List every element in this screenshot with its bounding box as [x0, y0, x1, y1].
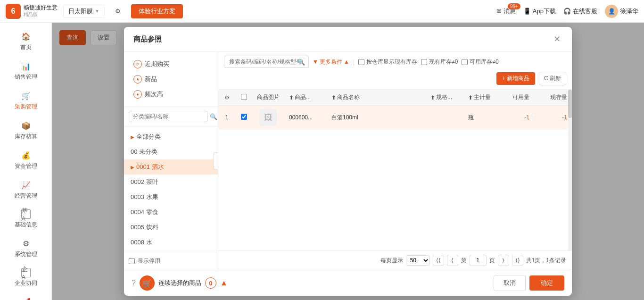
- frequent-icon: ♦: [133, 90, 142, 99]
- operation-icon: 📈: [21, 180, 31, 190]
- cat-active-arrow-icon: ▶: [131, 165, 134, 170]
- sidebar-label-basic: 基础信息: [15, 221, 37, 229]
- sidebar-item-finance[interactable]: 💰 资金管理: [0, 145, 51, 175]
- more-filter-button[interactable]: ▼ 更多条件 ▲: [313, 58, 349, 66]
- table-settings-icon[interactable]: ⚙: [224, 94, 230, 101]
- th-sort-unit-icon: ⬆: [468, 94, 473, 101]
- footer-actions: 取消 确定: [494, 275, 564, 291]
- cancel-button[interactable]: 取消: [494, 275, 526, 291]
- sidebar-item-purchase[interactable]: 🛒 采购管理: [0, 86, 51, 116]
- main-layout: 🏠 首页 📊 销售管理 🛒 采购管理 📦 库存核算 💰 资金管理 📈 经营管理 …: [0, 23, 644, 300]
- cat-item-0008[interactable]: 0008 水: [124, 235, 218, 250]
- sidebar-item-sales[interactable]: 📊 销售管理: [0, 56, 51, 86]
- quick-recent[interactable]: ⟳ 近期购买: [129, 57, 213, 72]
- filter-row: 🔍 ▼ 更多条件 ▲ | 按仓库显示现有库存: [218, 52, 572, 90]
- trial-button[interactable]: 体验行业方案: [131, 4, 183, 18]
- prev-page-button[interactable]: ⟨: [447, 255, 458, 266]
- message-badge: 99+: [508, 3, 520, 9]
- show-disabled-label: 显示停用: [138, 257, 160, 265]
- sidebar-label-system: 系统管理: [15, 250, 37, 258]
- sidebar-item-basic[interactable]: 基A 基础信息: [0, 205, 51, 233]
- top-nav: 6 畅捷通好生意 精品版 日太阳膜 ▼ ⚙ 体验行业方案 ✉ 消息 99+ 📱 …: [0, 0, 644, 23]
- basic-icon: 基A: [21, 209, 31, 219]
- row-stock: -1: [534, 106, 572, 130]
- th-checkbox: [235, 90, 252, 106]
- last-page-button[interactable]: ⟩⟩: [512, 255, 523, 266]
- product-table: ⚙ 商品图片: [218, 90, 572, 130]
- cat-item-0005[interactable]: 0005 饮料: [124, 220, 218, 235]
- filter-warehouse-checkbox[interactable]: 按仓库显示现有库存: [358, 58, 417, 66]
- continuous-select-label: 连续选择的商品: [158, 279, 201, 287]
- confirm-button[interactable]: 确定: [529, 275, 564, 291]
- cat-item-0002[interactable]: 0002 茶叶: [124, 175, 218, 190]
- user-profile[interactable]: 👤 徐泽华: [605, 5, 638, 18]
- category-search-input[interactable]: [129, 111, 208, 122]
- filter-available-checkbox[interactable]: 可用库存≠0: [462, 58, 498, 66]
- sidebar-label-finance: 资金管理: [15, 162, 37, 170]
- sidebar-item-home[interactable]: 🏠 首页: [0, 26, 51, 56]
- cat-item-0003[interactable]: 0003 水果: [124, 190, 218, 205]
- scrollbar-track: [568, 90, 572, 250]
- th-available: 可用量: [496, 90, 534, 106]
- message-icon: ✉: [496, 8, 502, 15]
- customer-service-nav[interactable]: 🎧 在线客服: [563, 7, 597, 16]
- th-settings: ⚙: [218, 90, 235, 106]
- sidebar-item-enterprise[interactable]: 企A 企业协同: [0, 263, 51, 292]
- sidebar-item-inventory[interactable]: 📦 库存核算: [0, 116, 51, 145]
- app-download-nav[interactable]: 📱 App下载: [523, 7, 556, 16]
- row-num: 1: [218, 106, 235, 130]
- refresh-button[interactable]: C 刷新: [539, 72, 566, 85]
- select-all-checkbox[interactable]: [241, 94, 247, 100]
- quick-frequent[interactable]: ♦ 频次高: [129, 87, 213, 102]
- collapse-cart-icon[interactable]: ▲: [220, 279, 228, 287]
- sidebar-item-system[interactable]: ⚙ 系统管理: [0, 233, 51, 263]
- home-icon: 🏠: [21, 31, 31, 42]
- settings-icon[interactable]: ⚙: [110, 4, 125, 19]
- collapse-panel-button[interactable]: 《: [214, 152, 218, 169]
- cat-item-00[interactable]: 00 未分类: [124, 144, 218, 159]
- cat-item-0004[interactable]: 0004 零食: [124, 205, 218, 220]
- quick-access-area: ⟳ 近期购买 ★ 新品 ♦ 频次高: [124, 52, 218, 107]
- filter-existing-checkbox[interactable]: 现有库存≠0: [421, 58, 458, 66]
- main-search-input[interactable]: [224, 56, 309, 68]
- sidebar-label-enterprise: 企业协同: [15, 279, 37, 287]
- per-page-select[interactable]: 50 10 20 100: [406, 255, 430, 266]
- modal-close-button[interactable]: ✕: [551, 33, 562, 45]
- sidebar-label-sales: 销售管理: [15, 73, 37, 81]
- th-product-name: ⬆ 商品名称: [327, 90, 426, 106]
- purchase-icon: 🛒: [21, 91, 31, 101]
- sidebar-label-inventory: 库存核算: [15, 133, 37, 141]
- cat-item-all[interactable]: ▶ 全部分类: [124, 129, 218, 144]
- page-number-input[interactable]: [470, 255, 487, 266]
- sidebar-item-operation[interactable]: 📈 经营管理: [0, 175, 51, 205]
- add-product-button[interactable]: + 新增商品: [496, 72, 535, 85]
- category-search-icon[interactable]: 🔍: [210, 113, 217, 120]
- main-search-icon[interactable]: 🔍: [297, 58, 305, 66]
- th-sort-name-icon: ⬆: [331, 94, 336, 101]
- product-table-wrapper: ⚙ 商品图片: [218, 90, 572, 250]
- help-icon[interactable]: ?: [132, 279, 136, 287]
- product-table-area: ⚙ 商品图片: [218, 90, 572, 130]
- scrollbar-thumb[interactable]: [568, 90, 572, 118]
- show-disabled-checkbox[interactable]: [129, 258, 135, 264]
- first-page-button[interactable]: ⟨⟨: [433, 255, 444, 266]
- row-checkbox-cell: [235, 106, 252, 130]
- pagination-row: 每页显示 50 10 20 100 ⟨⟨ ⟨ 第 页: [218, 250, 572, 270]
- row-checkbox[interactable]: [241, 114, 247, 120]
- table-row[interactable]: 1 🖼: [218, 106, 572, 130]
- selector-arrow-icon: ▼: [95, 8, 99, 14]
- sidebar-item-guide[interactable]: 🚀 新手引导: [0, 292, 51, 300]
- table-header: ⚙ 商品图片: [218, 90, 572, 106]
- messages-nav[interactable]: ✉ 消息 99+: [496, 7, 516, 16]
- nav-selector[interactable]: 日太阳膜 ▼: [63, 5, 105, 18]
- logo-icon: 6: [6, 4, 21, 19]
- quick-new[interactable]: ★ 新品: [129, 72, 213, 87]
- logo-sub: 精品版: [24, 11, 58, 18]
- th-unit: ⬆ 主计量: [463, 90, 496, 106]
- cat-item-0001[interactable]: ▶ 0001 酒水: [124, 159, 218, 175]
- next-page-button[interactable]: ⟩: [498, 255, 509, 266]
- modal-title: 商品参照: [133, 35, 162, 44]
- th-sort-spec-icon: ⬆: [430, 94, 435, 101]
- cart-button[interactable]: 🛒: [140, 275, 155, 291]
- th-product-image: 商品图片: [252, 90, 284, 106]
